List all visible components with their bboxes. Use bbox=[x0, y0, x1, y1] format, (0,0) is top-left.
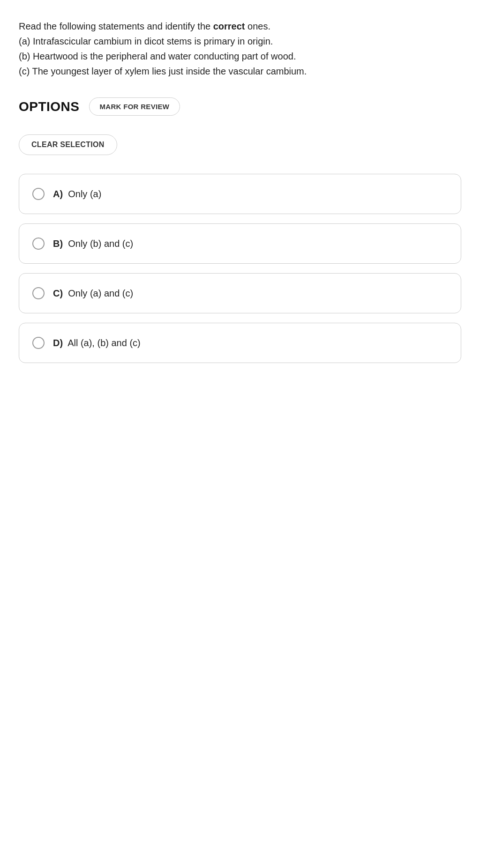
option-d-letter: D) bbox=[53, 338, 63, 348]
options-label: OPTIONS bbox=[19, 99, 80, 114]
statement-c: (c) The youngest layer of xylem lies jus… bbox=[19, 66, 307, 76]
option-b[interactable]: B) Only (b) and (c) bbox=[19, 223, 461, 264]
statement-a: (a) Intrafascicular cambium in dicot ste… bbox=[19, 36, 273, 46]
question-intro-end: ones. bbox=[245, 21, 270, 31]
clear-selection-button[interactable]: CLEAR SELECTION bbox=[19, 134, 117, 155]
question-intro-bold: correct bbox=[213, 21, 245, 31]
option-d-text: D) All (a), (b) and (c) bbox=[53, 336, 141, 349]
option-d-value: All (a), (b) and (c) bbox=[68, 338, 141, 348]
question-container: Read the following statements and identi… bbox=[19, 19, 461, 363]
mark-for-review-button[interactable]: MARK FOR REVIEW bbox=[89, 97, 180, 116]
option-a-letter: A) bbox=[53, 189, 63, 199]
option-a-text: A) Only (a) bbox=[53, 187, 101, 200]
question-intro: Read the following statements and identi… bbox=[19, 21, 213, 31]
radio-a[interactable] bbox=[32, 188, 45, 200]
option-c-letter: C) bbox=[53, 288, 63, 298]
option-d[interactable]: D) All (a), (b) and (c) bbox=[19, 323, 461, 363]
options-header: OPTIONS MARK FOR REVIEW bbox=[19, 97, 461, 116]
option-a-value: Only (a) bbox=[68, 189, 101, 199]
radio-d[interactable] bbox=[32, 337, 45, 349]
statement-b: (b) Heartwood is the peripheral and wate… bbox=[19, 51, 296, 61]
radio-b[interactable] bbox=[32, 237, 45, 250]
option-b-letter: B) bbox=[53, 238, 63, 249]
option-a[interactable]: A) Only (a) bbox=[19, 174, 461, 214]
option-c[interactable]: C) Only (a) and (c) bbox=[19, 273, 461, 313]
option-c-text: C) Only (a) and (c) bbox=[53, 287, 133, 300]
option-b-text: B) Only (b) and (c) bbox=[53, 237, 133, 250]
option-c-value: Only (a) and (c) bbox=[68, 288, 133, 298]
radio-c[interactable] bbox=[32, 287, 45, 299]
question-text: Read the following statements and identi… bbox=[19, 19, 461, 79]
options-list: A) Only (a) B) Only (b) and (c) C) Only … bbox=[19, 174, 461, 363]
option-b-value: Only (b) and (c) bbox=[68, 238, 133, 249]
